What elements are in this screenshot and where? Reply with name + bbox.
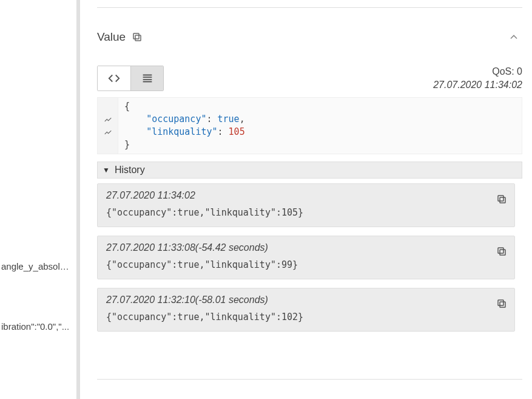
- chevron-up-icon[interactable]: [507, 30, 521, 44]
- json-viewer: { "occupancy": true, "linkquality": 105 …: [97, 97, 522, 154]
- svg-rect-8: [500, 250, 505, 255]
- history-list[interactable]: 27.07.2020 11:34:02 {"occupancy":true,"l…: [97, 183, 522, 332]
- json-code[interactable]: { "occupancy": true, "linkquality": 105 …: [118, 98, 522, 154]
- value-timestamp: 27.07.2020 11:34:02: [433, 78, 522, 92]
- chart-line-icon[interactable]: [98, 113, 118, 126]
- value-panel-header: Value: [97, 30, 522, 54]
- chart-line-icon[interactable]: [98, 126, 118, 138]
- value-panel: Value: [97, 30, 522, 332]
- history-item-payload: {"occupancy":true,"linkquality":102}: [106, 312, 303, 322]
- view-mode-toggle: [97, 66, 164, 91]
- sidebar-item[interactable]: angle_y_absolut...: [0, 259, 74, 274]
- copy-icon[interactable]: [496, 298, 507, 309]
- svg-rect-7: [498, 196, 503, 201]
- svg-rect-9: [498, 248, 503, 253]
- history-item-payload: {"occupancy":true,"linkquality":99}: [106, 259, 298, 270]
- triangle-down-icon: ▼: [103, 166, 110, 174]
- history-item: 27.07.2020 11:32:10(-58.01 seconds) {"oc…: [97, 288, 515, 332]
- raw-view-button[interactable]: [98, 66, 130, 90]
- value-toolbar: QoS: 0 27.07.2020 11:34:02: [97, 65, 522, 91]
- divider: [97, 379, 522, 380]
- svg-rect-1: [133, 33, 139, 39]
- formatted-view-button[interactable]: [130, 66, 163, 90]
- sidebar-item[interactable]: ibration":"0.0","...: [0, 319, 74, 334]
- panel-title: Value: [97, 30, 126, 44]
- sidebar: angle_y_absolut... ibration":"0.0","...: [0, 0, 80, 399]
- svg-rect-11: [498, 300, 503, 305]
- history-item-timestamp: 27.07.2020 11:34:02: [106, 190, 506, 201]
- main-content: Value: [80, 0, 532, 399]
- history-item-timestamp: 27.07.2020 11:33:08(-54.42 seconds): [106, 242, 506, 253]
- divider: [97, 7, 522, 8]
- svg-rect-0: [135, 35, 141, 41]
- gutter: [98, 98, 118, 154]
- svg-rect-10: [500, 302, 505, 307]
- history-item: 27.07.2020 11:34:02 {"occupancy":true,"l…: [97, 183, 515, 227]
- copy-icon[interactable]: [496, 246, 507, 257]
- history-item: 27.07.2020 11:33:08(-54.42 seconds) {"oc…: [97, 236, 515, 279]
- history-item-payload: {"occupancy":true,"linkquality":105}: [106, 207, 303, 218]
- history-title: History: [115, 165, 145, 176]
- copy-icon[interactable]: [496, 194, 507, 205]
- history-item-timestamp: 27.07.2020 11:32:10(-58.01 seconds): [106, 295, 506, 305]
- copy-icon[interactable]: [132, 32, 143, 43]
- svg-rect-6: [500, 197, 505, 203]
- resize-handle[interactable]: [75, 238, 80, 249]
- history-toggle[interactable]: ▼ History: [97, 162, 522, 179]
- value-meta: QoS: 0 27.07.2020 11:34:02: [433, 65, 522, 91]
- qos-label: QoS: 0: [433, 65, 522, 78]
